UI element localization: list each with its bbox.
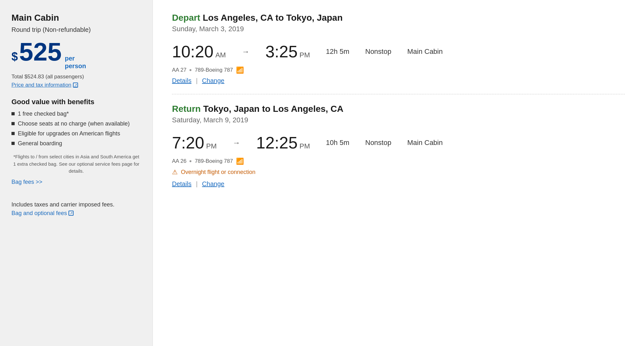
return-arrive-time-block: 12:25 PM (256, 133, 310, 152)
arrive-time-block: 3:25 PM (265, 42, 310, 61)
price-row: $ 525 perperson (11, 39, 141, 70)
bullet-icon (11, 122, 15, 125)
bag-fees-link[interactable]: Bag fees >> (11, 179, 141, 185)
benefits-list: 1 free checked bag* Choose seats at no c… (11, 111, 141, 147)
return-arrive-time: 12:25 (256, 133, 297, 152)
wifi-icon-return: 📶 (236, 157, 244, 165)
return-change-link[interactable]: Change (202, 180, 224, 188)
return-cabin: Main Cabin (407, 139, 443, 147)
benefit-item: 1 free checked bag* (11, 111, 141, 117)
return-aircraft: 789-Boeing 787 (195, 158, 233, 164)
link-separator-return: | (196, 180, 197, 188)
depart-details-link[interactable]: Details (172, 77, 191, 84)
depart-links-row: Details | Change (172, 77, 625, 84)
return-arrive-ampm: PM (299, 142, 310, 150)
benefit-item: General boarding (11, 140, 141, 147)
info-separator (190, 69, 191, 71)
right-panel: Depart Los Angeles, CA to Tokyo, Japan S… (153, 0, 644, 346)
overnight-text: Overnight flight or connection (181, 169, 255, 176)
depart-duration: 12h 5m (326, 47, 349, 56)
return-header: Return Tokyo, Japan to Los Angeles, CA (172, 104, 625, 114)
depart-aircraft: 789-Boeing 787 (195, 67, 233, 73)
benefit-item: Choose seats at no charge (when availabl… (11, 120, 141, 127)
section-divider (172, 94, 625, 94)
includes-text: Includes taxes and carrier imposed fees. (11, 201, 141, 208)
depart-times-row: 10:20 AM → 3:25 PM 12h 5m Nonstop Main C… (172, 42, 625, 61)
footnote: *Flights to / from select cities in Asia… (11, 153, 141, 175)
left-panel: Main Cabin Round trip (Non-refundable) $… (0, 0, 153, 346)
return-depart-time-block: 7:20 PM (172, 133, 217, 152)
info-separator-return (190, 160, 191, 162)
price-total: Total $524.83 (all passengers) (11, 74, 141, 80)
bullet-icon (11, 142, 15, 145)
return-details-link[interactable]: Details (172, 180, 191, 188)
return-destination: Tokyo, Japan to Los Angeles, CA (201, 104, 343, 114)
arrow-icon-return: → (233, 138, 240, 147)
depart-info-row: AA 27 789-Boeing 787 📶 (172, 66, 625, 74)
price-dollar-sign: $ (11, 50, 18, 63)
arrive-time: 3:25 (265, 42, 297, 61)
price-amount: 525 (19, 39, 61, 65)
price-tax-link[interactable]: Price and tax information ↗ (11, 82, 141, 88)
return-info-row: AA 26 789-Boeing 787 📶 (172, 157, 625, 165)
return-depart-ampm: PM (206, 142, 217, 150)
return-nonstop: Nonstop (365, 139, 391, 147)
warning-icon: ⚠ (172, 168, 178, 176)
return-section: Return Tokyo, Japan to Los Angeles, CA S… (172, 104, 625, 188)
return-depart-time: 7:20 (172, 133, 204, 152)
cabin-title: Main Cabin (11, 13, 141, 23)
depart-label: Depart (172, 13, 200, 23)
benefit-item: Eligible for upgrades on American flight… (11, 130, 141, 137)
benefits-title: Good value with benefits (11, 98, 141, 106)
return-flight-number: AA 26 (172, 158, 186, 164)
external-link-icon: ↗ (73, 83, 78, 88)
bullet-icon (11, 112, 15, 115)
bag-optional-fees-link[interactable]: Bag and optional fees ↗ (11, 210, 141, 217)
depart-time-block: 10:20 AM (172, 42, 226, 61)
arrive-ampm: PM (299, 51, 310, 59)
return-times-row: 7:20 PM → 12:25 PM 10h 5m Nonstop Main C… (172, 133, 625, 152)
external-link-icon2: ↗ (68, 211, 74, 216)
depart-date: Sunday, March 3, 2019 (172, 25, 625, 33)
depart-change-link[interactable]: Change (202, 77, 224, 84)
return-date: Saturday, March 9, 2019 (172, 116, 625, 124)
depart-ampm: AM (215, 51, 226, 59)
wifi-icon: 📶 (236, 66, 244, 74)
return-links-row: Details | Change (172, 180, 625, 188)
arrow-icon: → (242, 47, 249, 56)
depart-nonstop: Nonstop (365, 47, 391, 56)
bullet-icon (11, 132, 15, 135)
overnight-warning: ⚠ Overnight flight or connection (172, 168, 625, 176)
depart-time: 10:20 (172, 42, 213, 61)
depart-header: Depart Los Angeles, CA to Tokyo, Japan (172, 13, 625, 23)
link-separator: | (196, 77, 197, 84)
depart-section: Depart Los Angeles, CA to Tokyo, Japan S… (172, 13, 625, 84)
trip-type: Round trip (Non-refundable) (11, 26, 141, 33)
return-label: Return (172, 104, 201, 114)
depart-destination: Los Angeles, CA to Tokyo, Japan (200, 13, 343, 23)
return-duration: 10h 5m (326, 139, 349, 147)
price-per-person: perperson (65, 54, 86, 70)
depart-cabin: Main Cabin (407, 47, 443, 56)
depart-flight-number: AA 27 (172, 67, 186, 73)
